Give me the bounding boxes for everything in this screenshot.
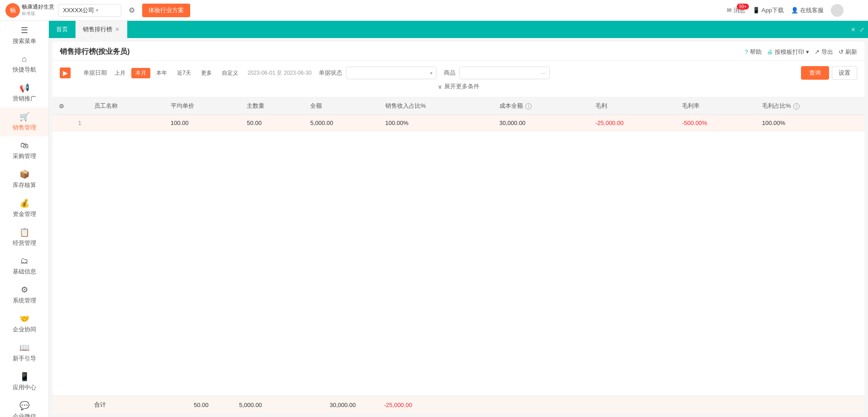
- page-title: 销售排行榜(按业务员): [60, 47, 745, 57]
- top-bar: 畅 畅康通好生意 标准版 XXXXX公司 ▾ ⚙ 体验行业方案 ✉ 消息 99+…: [0, 0, 868, 21]
- col-profit-pct: 毛利占比% i: [757, 97, 864, 115]
- sidebar-item-app-center[interactable]: 📱 应用中心: [0, 367, 48, 396]
- logo-icon: 畅: [5, 3, 20, 18]
- row-settings: [53, 115, 71, 131]
- tab-home[interactable]: 首页: [49, 21, 76, 38]
- template-print-button[interactable]: 🖨 按模板打印 ▾: [767, 48, 809, 56]
- purchase-icon: 🛍: [20, 141, 29, 150]
- main-layout: ☰ 搜索菜单 ⌂ 快捷导航 📢 营销推广 🛒 销售管理 🛍 采购管理 📦 库存核…: [0, 21, 868, 417]
- row-profit-pct: 100.00%: [757, 115, 864, 131]
- export-icon: ↗: [815, 48, 820, 55]
- settings-button[interactable]: 设置: [832, 66, 857, 80]
- pill-last-month[interactable]: 上月: [110, 68, 129, 78]
- action-buttons: 查询 设置: [801, 66, 857, 80]
- chevron-down-icon: ▾: [96, 8, 98, 13]
- sidebar-item-sales[interactable]: 🛒 销售管理: [0, 107, 48, 136]
- sidebar-item-operations[interactable]: 📋 经营管理: [0, 223, 48, 252]
- logo-sub: 标准版: [22, 10, 54, 17]
- settings-icon[interactable]: ⚙: [125, 4, 139, 17]
- row-rank: 1: [71, 115, 89, 131]
- row-sales-pct: 100.00%: [380, 115, 494, 131]
- refresh-icon: ↺: [839, 48, 844, 55]
- date-range-text: 2023-06-01 至 2023-06-30: [248, 69, 312, 77]
- cost-info-icon[interactable]: i: [525, 103, 532, 110]
- sidebar-item-inventory[interactable]: 📦 库存核算: [0, 165, 48, 194]
- sidebar-item-finance[interactable]: 💰 资金管理: [0, 194, 48, 223]
- col-settings-icon[interactable]: ⚙: [59, 103, 64, 110]
- app-download-button[interactable]: 📱 App下载: [753, 6, 784, 14]
- row-avg-price: 100.00: [165, 115, 242, 131]
- sidebar-item-basic-info[interactable]: 🗂 基础信息: [0, 252, 48, 280]
- goods-placeholder: [463, 69, 539, 77]
- col-profit: 毛利: [590, 97, 676, 115]
- col-sales-pct: 销售收入占比%: [380, 97, 494, 115]
- table-wrapper: ⚙ 员工名称 平均单价 主数量 全额 销售收入占比% 成本全额 i: [53, 97, 864, 396]
- filter-arrow-icon[interactable]: ▶: [60, 67, 71, 78]
- goods-input[interactable]: ···: [459, 67, 550, 79]
- tab-bar: 首页 销售排行榜 ✕ ✕ ⤢: [49, 21, 868, 38]
- tab-bar-right: ✕ ⤢: [851, 26, 868, 33]
- online-service-button[interactable]: 👤 在线客服: [791, 6, 824, 14]
- tab-expand-icon[interactable]: ⤢: [859, 26, 864, 33]
- tab-sales-ranking[interactable]: 销售排行榜 ✕: [76, 21, 127, 38]
- search-icon: ☰: [21, 25, 28, 35]
- home-icon: ⌂: [22, 54, 27, 64]
- avatar[interactable]: [831, 4, 844, 17]
- sidebar-item-purchase[interactable]: 🛍 采购管理: [0, 136, 48, 165]
- col-avg-price: 平均单价: [165, 97, 242, 115]
- sidebar-item-search[interactable]: ☰ 搜索菜单: [0, 21, 48, 50]
- date-label: 单据日期: [83, 69, 107, 77]
- finance-icon: 💰: [19, 198, 29, 208]
- status-select[interactable]: ▾: [346, 67, 436, 79]
- content-area: 首页 销售排行榜 ✕ ✕ ⤢ 销售排行榜(按业务员) ?: [49, 21, 868, 417]
- more-dots-icon[interactable]: ···: [541, 70, 546, 77]
- date-filter: 单据日期 上月 本月 本年 近7天 更多 自定义 2023-06-01 至 20…: [83, 68, 312, 78]
- tab-close-icon[interactable]: ✕: [115, 26, 120, 33]
- service-icon: 👤: [791, 7, 798, 14]
- profit-pct-info-icon[interactable]: i: [793, 103, 800, 110]
- sidebar-item-wechat[interactable]: 💬 企业微信: [0, 396, 48, 417]
- sidebar-item-enterprise[interactable]: 🤝 企业协同: [0, 309, 48, 338]
- query-button[interactable]: 查询: [801, 66, 829, 80]
- print-chevron-icon: ▾: [806, 48, 809, 55]
- footer-label: 合计: [94, 401, 106, 408]
- status-value: [350, 69, 397, 77]
- pill-more[interactable]: 更多: [197, 68, 216, 78]
- table-header-row: ⚙ 员工名称 平均单价 主数量 全额 销售收入占比% 成本全额 i: [53, 97, 864, 115]
- pill-custom[interactable]: 自定义: [218, 68, 242, 78]
- guide-icon: 📖: [19, 343, 29, 353]
- marketing-icon: 📢: [19, 83, 29, 93]
- col-settings: ⚙: [53, 97, 71, 115]
- row-name: [89, 115, 165, 131]
- inventory-icon: 📦: [19, 169, 29, 179]
- message-badge: 99+: [737, 4, 749, 10]
- top-bar-right: ✉ 消息 99+ 📱 App下载 👤 在线客服: [727, 4, 863, 17]
- trial-button[interactable]: 体验行业方案: [142, 4, 190, 17]
- row-quantity: 50.00: [241, 115, 305, 131]
- row-cost: 30,000.00: [494, 115, 590, 131]
- col-quantity: 主数量: [241, 97, 305, 115]
- tab-close-all-icon[interactable]: ✕: [851, 26, 856, 33]
- sidebar-item-marketing[interactable]: 📢 营销推广: [0, 78, 48, 107]
- row-profit: -25,000.00: [590, 115, 676, 131]
- chevron-down-expand-icon: ∨: [438, 83, 442, 90]
- company-selector[interactable]: XXXXX公司 ▾: [58, 4, 121, 17]
- pill-last-7[interactable]: 近7天: [173, 68, 195, 78]
- row-profit-rate: -500.00%: [676, 115, 757, 131]
- sidebar-item-system[interactable]: ⚙ 系统管理: [0, 280, 48, 309]
- pill-this-year[interactable]: 本年: [152, 68, 171, 78]
- col-profit-rate: 毛利率: [676, 97, 757, 115]
- message-button[interactable]: ✉ 消息 99+: [727, 6, 745, 14]
- page-actions: ? 帮助 🖨 按模板打印 ▾ ↗ 导出 ↺: [745, 48, 857, 56]
- date-pills: 上月 本月 本年 近7天 更多 自定义: [110, 68, 242, 78]
- export-button[interactable]: ↗ 导出: [815, 48, 833, 56]
- expand-more-button[interactable]: ∨ 展开更多条件: [60, 80, 857, 93]
- refresh-button[interactable]: ↺ 刷新: [839, 48, 857, 56]
- pill-this-month[interactable]: 本月: [131, 68, 150, 78]
- sidebar-item-quick-nav[interactable]: ⌂ 快捷导航: [0, 50, 48, 78]
- help-button[interactable]: ? 帮助: [745, 48, 762, 56]
- col-amount: 全额: [305, 97, 380, 115]
- footer-quantity: 50.00: [194, 402, 209, 408]
- sidebar-item-guide[interactable]: 📖 新手引导: [0, 338, 48, 367]
- help-icon: ?: [745, 48, 748, 55]
